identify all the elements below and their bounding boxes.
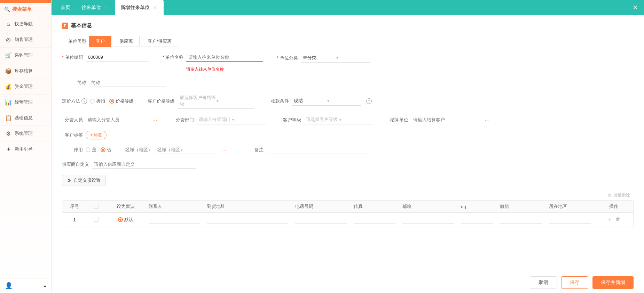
settings-gear-icon: ⚙ xyxy=(67,178,71,183)
supplier-custom-input[interactable] xyxy=(92,160,196,169)
row-contact[interactable] xyxy=(145,213,204,227)
tab-partners-label: 往来单位 xyxy=(81,5,101,11)
sidebar-item-label: 快捷导航 xyxy=(15,21,33,27)
short-name-row: 简称 xyxy=(62,79,634,87)
pricing-radio-discount-circle xyxy=(90,99,95,104)
row-wechat-input[interactable] xyxy=(500,215,542,224)
row-wechat[interactable] xyxy=(496,213,545,227)
col-fax-header: 传真 xyxy=(350,201,399,213)
customer-price-select[interactable]: 请选择客户价格等级 ▼ xyxy=(178,93,254,109)
tab-partners-close[interactable]: ✕ xyxy=(103,5,109,11)
category-value: 未分类 xyxy=(303,55,336,61)
tab-new-partner-close[interactable]: ✕ xyxy=(152,5,158,11)
row-phone[interactable] xyxy=(292,213,350,227)
pricing-help-icon[interactable]: ? xyxy=(81,98,87,104)
row-qq-input[interactable] xyxy=(461,215,493,224)
contact-table-wrapper: 序号 设为默认 联系人 到货地址 电话号码 传真 邮箱 qq 微信 xyxy=(62,200,634,227)
row-default-radio[interactable]: 默认 xyxy=(110,217,142,223)
disabled-group: 停用 是 否 xyxy=(62,147,111,153)
header-checkbox[interactable] xyxy=(94,204,99,209)
manager-row: 分管人员 ··· 分管部门 请输入分管部门 ▼ 客户等级 请选择客户等级 ▼ xyxy=(62,115,634,124)
supplier-custom-group: 供应商自定义 xyxy=(62,160,634,169)
tab-home[interactable]: 首页 xyxy=(55,5,76,11)
col-qq-header: qq xyxy=(457,201,496,213)
sidebar-item-newbie[interactable]: ✦ 新手引导 xyxy=(0,141,51,157)
customer-price-placeholder: 请选择客户价格等级 xyxy=(180,95,216,107)
customer-level-select[interactable]: 请选择客户等级 ▼ xyxy=(304,115,374,124)
sidebar-item-sales[interactable]: ◎ 销售管理 xyxy=(0,32,51,48)
row-phone-input[interactable] xyxy=(295,215,347,224)
payment-select[interactable]: 现结 ▼ xyxy=(292,96,361,106)
name-group: 单位名称 请输入往来单位名称 xyxy=(163,53,263,72)
tab-new-partner[interactable]: 新增往来单位 ✕ xyxy=(115,0,164,15)
row-region[interactable] xyxy=(545,213,594,227)
remark-input[interactable] xyxy=(266,146,371,154)
row-address[interactable] xyxy=(204,213,291,227)
manager-input[interactable] xyxy=(86,116,148,124)
unit-type-both-btn[interactable]: 客户/供应离 xyxy=(141,36,178,47)
sidebar-item-finance[interactable]: 💰 资金管理 xyxy=(0,79,51,95)
col-email-header: 邮箱 xyxy=(399,201,457,213)
sidebar-item-system[interactable]: ⚙ 系统管理 xyxy=(0,126,51,141)
sidebar-item-inventory[interactable]: 📦 库存核算 xyxy=(0,63,51,79)
unit-type-supplier-btn[interactable]: 供应离 xyxy=(113,36,140,47)
settlement-input[interactable] xyxy=(411,116,481,124)
sidebar-item-purchase[interactable]: 🛒 采购管理 xyxy=(0,48,51,63)
area-more-btn[interactable]: ··· xyxy=(221,147,229,153)
disabled-no-radio[interactable]: 否 xyxy=(101,147,111,153)
code-label: 单位编码 xyxy=(62,54,83,60)
disabled-radio-group: 是 否 xyxy=(86,147,111,153)
row-fax-input[interactable] xyxy=(354,215,395,224)
sidebar-search[interactable]: 🔍 搜索菜单 xyxy=(0,3,51,16)
disabled-yes-radio[interactable]: 是 xyxy=(86,147,96,153)
sidebar-item-basic[interactable]: 📋 基础信息 xyxy=(0,110,51,126)
payment-help-icon[interactable]: ? xyxy=(366,98,372,104)
col-check-header xyxy=(87,201,106,213)
pricing-radio-level[interactable]: 价格等级 xyxy=(109,98,134,104)
pricing-label: 定价方法 ? xyxy=(62,98,87,104)
row-email[interactable] xyxy=(399,213,457,227)
custom-settings-btn[interactable]: ⚙ 自定义项设置 xyxy=(62,175,106,186)
cancel-button[interactable]: 取消 xyxy=(530,276,557,289)
tab-new-partner-label: 新增往来单位 xyxy=(120,5,150,11)
unit-type-customer-btn[interactable]: 客户 xyxy=(89,36,111,47)
row-del-btn[interactable]: 🗑 xyxy=(615,216,620,223)
row-contact-input[interactable] xyxy=(149,215,200,224)
row-qq[interactable] xyxy=(457,213,496,227)
name-input[interactable] xyxy=(186,53,263,62)
sidebar-item-operations[interactable]: 📊 经营管理 xyxy=(0,95,51,110)
batch-delete-label: 批量删除 xyxy=(613,192,630,198)
sidebar-item-label: 库存核算 xyxy=(15,68,33,74)
row-email-input[interactable] xyxy=(402,215,454,224)
batch-delete-btn[interactable]: 🗑 批量删除 xyxy=(608,192,630,198)
manager-more-btn[interactable]: ··· xyxy=(151,117,159,123)
row-address-input[interactable] xyxy=(207,215,288,224)
row-fax[interactable] xyxy=(350,213,399,227)
short-name-group: 简称 xyxy=(62,79,634,87)
dept-select[interactable]: 请输入分管部门 ▼ xyxy=(197,115,266,124)
add-tag-btn[interactable]: + 标签 xyxy=(86,131,107,139)
code-input[interactable] xyxy=(86,53,149,62)
expand-icon[interactable]: ≡ xyxy=(44,283,46,288)
save-button[interactable]: 保存 xyxy=(561,276,588,289)
window-close-btn[interactable]: ✕ xyxy=(630,4,641,11)
category-arrow-icon: ▼ xyxy=(336,56,368,60)
row-checkbox[interactable] xyxy=(94,217,99,222)
pricing-group: 定价方法 ? 折扣 价格等级 xyxy=(62,98,134,104)
payment-group: 收款条件 现结 ▼ ? xyxy=(268,96,372,106)
settlement-more-btn[interactable]: ··· xyxy=(484,117,492,123)
tab-partners[interactable]: 往来单位 ✕ xyxy=(76,0,115,15)
sidebar-top-bar xyxy=(0,0,51,3)
supplier-custom-row: 供应商自定义 xyxy=(62,160,634,169)
category-select[interactable]: 未分类 ▼ xyxy=(301,53,370,63)
dept-label: 分管部门 xyxy=(173,117,194,123)
save-new-button[interactable]: 保存并新增 xyxy=(592,276,634,289)
short-name-input[interactable] xyxy=(89,79,166,87)
pricing-radio-discount[interactable]: 折扣 xyxy=(90,98,105,104)
section-title: F 基本信息 xyxy=(62,22,634,29)
sidebar-item-quick-nav[interactable]: ⌂ 快捷导航 xyxy=(0,16,51,32)
sidebar-item-label: 经营管理 xyxy=(15,99,33,105)
row-region-input[interactable] xyxy=(549,215,591,224)
row-add-btn[interactable]: ＋ xyxy=(607,216,613,223)
area-input[interactable] xyxy=(155,146,218,154)
